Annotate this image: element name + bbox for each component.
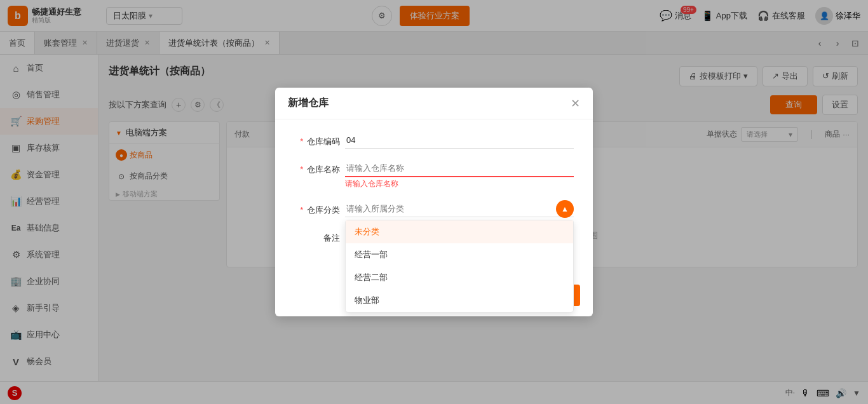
dropdown-item-dept2[interactable]: 经营二部 bbox=[346, 266, 573, 289]
form-row-category: * 仓库分类 ▲ 未分类 经营一部 经营二部 bbox=[294, 201, 574, 217]
dialog-body: * 仓库编码 * 仓库名称 请输入仓库名称 bbox=[275, 119, 593, 278]
name-label: * 仓库名称 bbox=[294, 160, 345, 175]
name-input-wrap: 请输入仓库名称 bbox=[345, 160, 574, 189]
dropdown-item-uncategorized[interactable]: 未分类 bbox=[346, 220, 573, 243]
category-label: * 仓库分类 bbox=[294, 201, 345, 216]
form-row-code: * 仓库编码 bbox=[294, 132, 574, 149]
code-required: * bbox=[300, 137, 303, 146]
form-row-name: * 仓库名称 请输入仓库名称 bbox=[294, 160, 574, 189]
code-input[interactable] bbox=[345, 132, 574, 149]
dropdown-item-dept3[interactable]: 物业部 bbox=[346, 289, 573, 312]
code-input-wrap bbox=[345, 132, 574, 149]
dropdown-item-dept1[interactable]: 经营一部 bbox=[346, 243, 573, 266]
category-input-wrap: ▲ 未分类 经营一部 经营二部 物业部 bbox=[345, 201, 574, 217]
category-input[interactable] bbox=[345, 201, 574, 217]
note-label: 备注 bbox=[294, 229, 345, 244]
code-label: * 仓库编码 bbox=[294, 132, 345, 147]
name-required: * bbox=[300, 165, 303, 174]
add-warehouse-dialog: 新增仓库 ✕ * 仓库编码 * 仓库名称 bbox=[275, 88, 593, 316]
dialog-close-button[interactable]: ✕ bbox=[571, 98, 580, 109]
category-required: * bbox=[300, 205, 303, 215]
category-dropdown: 未分类 经营一部 经营二部 物业部 bbox=[345, 220, 574, 313]
dialog-header: 新增仓库 ✕ bbox=[275, 88, 593, 119]
name-input[interactable] bbox=[345, 160, 574, 177]
category-toggle-button[interactable]: ▲ bbox=[556, 200, 574, 218]
dialog-title: 新增仓库 bbox=[288, 97, 329, 110]
modal-overlay[interactable]: 新增仓库 ✕ * 仓库编码 * 仓库名称 bbox=[0, 0, 868, 404]
name-error-msg: 请输入仓库名称 bbox=[345, 178, 574, 189]
